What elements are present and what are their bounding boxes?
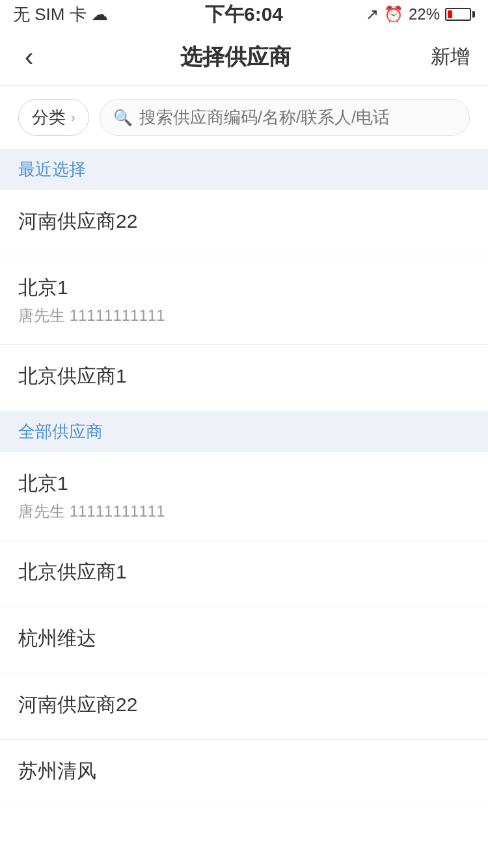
item-name: 河南供应商22 (18, 208, 470, 235)
list-item[interactable]: 杭州维达 (0, 607, 488, 673)
list-item[interactable]: 苏州清风 (0, 740, 488, 806)
recent-section-header: 最近选择 (0, 149, 488, 190)
filter-bar: 分类 › 🔍 (0, 86, 488, 149)
battery-percent: 22% (409, 5, 440, 23)
chevron-right-icon: › (71, 110, 75, 125)
list-item[interactable]: 北京1唐先生 11111111111 (0, 452, 488, 541)
list-item[interactable]: 河南供应商22 (0, 673, 488, 740)
list-item[interactable]: 北京供应商1 (0, 345, 488, 411)
page-title: 选择供应商 (180, 42, 291, 72)
status-right: ↗ ⏰ 22% (366, 5, 475, 23)
item-sub: 唐先生 11111111111 (18, 305, 470, 326)
list-item[interactable]: 北京供应商1 (0, 541, 488, 607)
recent-section-label: 最近选择 (18, 159, 86, 179)
item-name: 北京1 (18, 275, 470, 301)
all-list: 北京1唐先生 11111111111北京供应商1杭州维达河南供应商22苏州清风 (0, 452, 488, 806)
list-item[interactable]: 河南供应商22 (0, 190, 488, 256)
list-item[interactable]: 北京1唐先生 11111111111 (0, 256, 488, 345)
new-button[interactable]: 新增 (431, 44, 470, 70)
all-section-label: 全部供应商 (18, 422, 103, 441)
status-time: 下午6:04 (205, 1, 283, 28)
nav-bar: ‹ 选择供应商 新增 (0, 29, 488, 86)
sim-status: 无 SIM 卡 ☁ (13, 3, 108, 26)
category-filter[interactable]: 分类 › (18, 99, 89, 136)
item-name: 北京1 (18, 470, 470, 497)
search-icon: 🔍 (113, 109, 133, 127)
alarm-icon: ⏰ (384, 5, 403, 23)
item-name: 杭州维达 (18, 625, 470, 652)
all-section-header: 全部供应商 (0, 411, 488, 452)
item-name: 北京供应商1 (18, 363, 470, 390)
search-box[interactable]: 🔍 (100, 99, 470, 136)
location-icon: ↗ (366, 5, 379, 23)
recent-list: 河南供应商22北京1唐先生 11111111111北京供应商1 (0, 190, 488, 411)
category-label: 分类 (32, 106, 66, 129)
item-sub: 唐先生 11111111111 (18, 501, 470, 522)
battery-indicator (445, 8, 475, 21)
search-input[interactable] (139, 107, 456, 128)
item-name: 苏州清风 (18, 758, 470, 785)
status-bar: 无 SIM 卡 ☁ 下午6:04 ↗ ⏰ 22% (0, 0, 488, 29)
item-name: 河南供应商22 (18, 692, 470, 718)
back-button[interactable]: ‹ (18, 36, 40, 78)
status-left: 无 SIM 卡 ☁ (13, 3, 108, 26)
item-name: 北京供应商1 (18, 559, 470, 586)
